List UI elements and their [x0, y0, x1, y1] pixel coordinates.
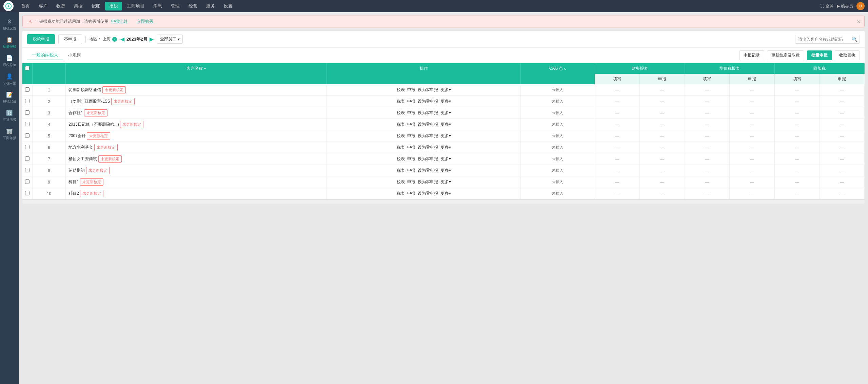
sidebar-item-5[interactable]: 🔢汇算清缴 — [0, 106, 19, 125]
staff-selector[interactable]: 全部员工 ▾ — [157, 35, 183, 44]
row-checkbox-4[interactable] — [25, 133, 29, 138]
tab-zero-declaration[interactable]: 零申报 — [58, 34, 82, 44]
row-num-4: 5 — [33, 130, 66, 142]
batch-declaration-button[interactable]: 批量申报 — [807, 50, 832, 60]
op-declare-2[interactable]: 申报 — [407, 110, 415, 115]
th-vat-declare: 申报 — [730, 74, 775, 84]
op-tax-2[interactable]: 税表 — [397, 110, 405, 115]
row-num-6: 7 — [33, 153, 66, 165]
op-declare-8[interactable]: 申报 — [407, 179, 415, 184]
op-declare-5[interactable]: 申报 — [407, 145, 415, 150]
op-tax-6[interactable]: 税表 — [397, 156, 405, 161]
op-zero-7[interactable]: 设为零申报 — [418, 168, 438, 173]
op-more-1[interactable]: 更多▾ — [441, 99, 451, 104]
sidebar-item-0[interactable]: ⚙报税设置 — [0, 15, 19, 33]
op-more-0[interactable]: 更多▾ — [441, 87, 451, 92]
row-checkbox-0[interactable] — [25, 87, 29, 92]
th-extra-fill: 填写 — [774, 74, 820, 84]
nav-item-收费[interactable]: 收费 — [52, 2, 69, 10]
tab-tax-declaration[interactable]: 税款申报 — [27, 34, 55, 44]
row-vat-declare-3: — — [730, 119, 775, 130]
nav-item-票据[interactable]: 票据 — [70, 2, 87, 10]
op-zero-0[interactable]: 设为零申报 — [418, 87, 438, 92]
op-tax-4[interactable]: 税表 — [397, 133, 405, 138]
row-checkbox-3[interactable] — [25, 122, 29, 126]
nav-item-消息[interactable]: 消息 — [149, 2, 166, 10]
op-tax-8[interactable]: 税表 — [397, 179, 405, 184]
declaration-records-button[interactable]: 申报记录 — [739, 50, 764, 60]
op-more-9[interactable]: 更多▾ — [441, 191, 451, 196]
op-tax-3[interactable]: 税表 — [397, 122, 405, 127]
op-more-4[interactable]: 更多▾ — [441, 133, 451, 138]
notice-link-1[interactable]: 申报汇总 — [111, 19, 127, 24]
row-checkbox-8[interactable] — [25, 179, 29, 184]
row-checkbox-6[interactable] — [25, 156, 29, 161]
nav-item-记账[interactable]: 记账 — [87, 2, 104, 10]
collect-receipt-button[interactable]: 收取回执 — [835, 50, 860, 60]
table-row: 3 合作社1 未更新核定 税表 申报 设为零申报 更多▾ 未插入 — — — —… — [22, 107, 865, 119]
op-more-7[interactable]: 更多▾ — [441, 168, 451, 173]
op-tax-0[interactable]: 税表 — [397, 87, 405, 92]
sidebar-item-2[interactable]: 📄报税总览 — [0, 51, 19, 70]
op-tax-5[interactable]: 税表 — [397, 145, 405, 150]
sidebar-item-6[interactable]: 🏢工商年报 — [0, 125, 19, 143]
nav-item-工商项目[interactable]: 工商项目 — [123, 2, 149, 10]
op-zero-2[interactable]: 设为零申报 — [418, 110, 438, 115]
op-zero-9[interactable]: 设为零申报 — [418, 191, 438, 196]
sidebar-item-4[interactable]: 📝报税记录 — [0, 88, 19, 106]
row-checkbox-7[interactable] — [25, 168, 29, 172]
op-more-8[interactable]: 更多▾ — [441, 179, 451, 184]
op-tax-1[interactable]: 税表 — [397, 99, 405, 104]
op-zero-3[interactable]: 设为零申报 — [418, 122, 438, 127]
date-next-button[interactable]: ▶ — [150, 37, 154, 42]
op-tax-9[interactable]: 税表 — [397, 191, 405, 196]
sidebar-item-1[interactable]: 📋批量报税 — [0, 33, 19, 51]
op-declare-3[interactable]: 申报 — [407, 122, 415, 127]
op-zero-5[interactable]: 设为零申报 — [418, 145, 438, 150]
sidebar-item-3[interactable]: 👤个税申报 — [0, 70, 19, 88]
search-button[interactable]: 🔍 — [850, 35, 860, 43]
op-declare-4[interactable]: 申报 — [407, 133, 415, 138]
row-checkbox-2[interactable] — [25, 110, 29, 115]
info-icon[interactable]: i — [112, 37, 117, 42]
op-declare-7[interactable]: 申报 — [407, 168, 415, 173]
nav-item-设置[interactable]: 设置 — [220, 2, 237, 10]
op-zero-8[interactable]: 设为零申报 — [418, 179, 438, 184]
row-checkbox-9[interactable] — [25, 191, 29, 195]
op-zero-1[interactable]: 设为零申报 — [418, 99, 438, 104]
date-prev-button[interactable]: ◀ — [120, 37, 124, 42]
notice-link-2[interactable]: 立即购买 — [137, 19, 153, 24]
nav-item-首页[interactable]: 首页 — [17, 2, 34, 10]
upgrade-button[interactable]: ▶ 畅会员 — [837, 3, 853, 9]
row-num-0: 1 — [33, 84, 66, 96]
row-checkbox-1[interactable] — [25, 99, 29, 103]
update-stats-button[interactable]: 更新统定及取数 — [767, 50, 804, 60]
horizontal-scrollbar[interactable] — [22, 199, 865, 204]
nav-item-报税[interactable]: 报税 — [105, 2, 122, 10]
op-declare-1[interactable]: 申报 — [407, 99, 415, 104]
op-more-3[interactable]: 更多▾ — [441, 122, 451, 127]
top-nav-right: ⛶ 全屏 ▶ 畅会员 U — [820, 2, 865, 10]
notice-close-button[interactable]: ✕ — [857, 19, 861, 24]
nav-item-管理[interactable]: 管理 — [167, 2, 184, 10]
op-declare-9[interactable]: 申报 — [407, 191, 415, 196]
op-more-2[interactable]: 更多▾ — [441, 110, 451, 115]
select-all-checkbox[interactable] — [25, 66, 29, 70]
row-checkbox-5[interactable] — [25, 145, 29, 149]
op-zero-6[interactable]: 设为零申报 — [418, 156, 438, 161]
op-more-5[interactable]: 更多▾ — [441, 145, 451, 150]
nav-item-服务[interactable]: 服务 — [202, 2, 219, 10]
nav-item-经营[interactable]: 经营 — [184, 2, 201, 10]
tab-small-scale[interactable]: 小规模 — [63, 51, 86, 60]
fullscreen-button[interactable]: ⛶ 全屏 — [820, 3, 833, 9]
user-avatar[interactable]: U — [856, 2, 865, 10]
tab-general-taxpayer[interactable]: 一般的纳税人 — [27, 51, 63, 60]
op-more-6[interactable]: 更多▾ — [441, 156, 451, 161]
nav-item-客户[interactable]: 客户 — [35, 2, 52, 10]
row-vat-fill-2: — — [685, 107, 730, 119]
op-zero-4[interactable]: 设为零申报 — [418, 133, 438, 138]
op-declare-6[interactable]: 申报 — [407, 156, 415, 161]
search-input[interactable] — [795, 36, 850, 43]
op-declare-0[interactable]: 申报 — [407, 87, 415, 92]
op-tax-7[interactable]: 税表 — [397, 168, 405, 173]
